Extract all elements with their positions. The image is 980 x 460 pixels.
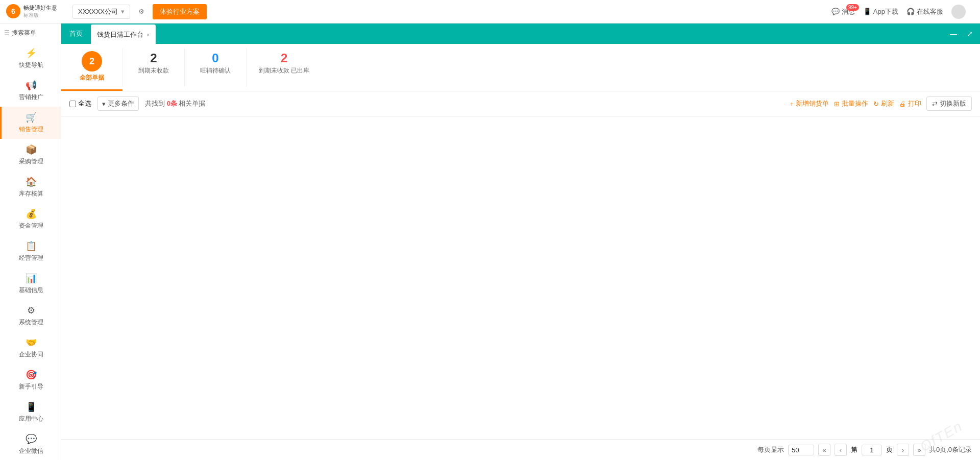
purchase-label: 采购管理 bbox=[19, 157, 43, 166]
stat-all[interactable]: 2 全部单据 bbox=[61, 44, 122, 91]
sidebar-item-system[interactable]: ⚙ 系统管理 bbox=[0, 300, 61, 332]
new-sales-order-button[interactable]: + 新增销货单 bbox=[790, 99, 829, 108]
filter-icon: ▾ bbox=[102, 100, 106, 108]
next-page-icon: › bbox=[902, 446, 904, 454]
pagination: 每页显示 20 50 100 « ‹ 第 页 › bbox=[61, 439, 980, 460]
switch-label: 切换新版 bbox=[940, 99, 966, 108]
stat-overdue-label: 到期未收款 bbox=[135, 66, 172, 75]
basic-info-label: 基础信息 bbox=[19, 286, 43, 295]
last-page-button[interactable]: » bbox=[913, 444, 925, 456]
company-selector[interactable]: XXXXXX公司 ▾ bbox=[72, 5, 130, 19]
avatar[interactable] bbox=[951, 5, 966, 19]
wechat-icon: 💬 bbox=[26, 433, 37, 445]
sidebar-item-enterprise[interactable]: 🤝 企业协同 bbox=[0, 332, 61, 364]
tab-maximize-icon[interactable]: ⤢ bbox=[964, 28, 976, 40]
quick-nav-label: 快捷导航 bbox=[19, 61, 43, 69]
toolbar-right: + 新增销货单 ⊞ 批量操作 ↻ 刷新 🖨 打印 bbox=[790, 96, 972, 111]
sidebar-item-inventory[interactable]: 🏠 库存核算 bbox=[0, 171, 61, 203]
select-all-checkbox[interactable]: 全选 bbox=[69, 99, 91, 108]
more-filter-button[interactable]: ▾ 更多条件 bbox=[97, 96, 139, 111]
table-area bbox=[61, 116, 980, 439]
message-action[interactable]: 💬 消息 99+ bbox=[831, 7, 855, 16]
switch-version-button[interactable]: ⇄ 切换新版 bbox=[926, 96, 972, 111]
tab-home[interactable]: 首页 bbox=[61, 23, 91, 44]
sidebar-item-quick-nav[interactable]: ⚡ 快捷导航 bbox=[0, 42, 61, 75]
marketing-icon: 📢 bbox=[26, 80, 37, 91]
trial-button[interactable]: 体验行业方案 bbox=[153, 4, 207, 19]
toolbar-left: 全选 ▾ 更多条件 共找到 0条 相关单据 bbox=[69, 96, 783, 111]
sales-label: 销售管理 bbox=[19, 125, 43, 134]
page-size-select[interactable]: 20 50 100 bbox=[788, 445, 814, 455]
prev-page-icon: ‹ bbox=[840, 446, 842, 454]
page-input[interactable] bbox=[862, 445, 882, 455]
select-all-input[interactable] bbox=[69, 101, 76, 107]
logo-icon: 6 bbox=[6, 4, 20, 18]
stat-overdue-not-out[interactable]: 2 到期未收款 已出库 bbox=[247, 44, 322, 91]
quick-nav-icon: ⚡ bbox=[26, 47, 37, 59]
stat-overdue-not-out-count: 2 bbox=[259, 51, 309, 65]
print-icon: 🖨 bbox=[899, 100, 906, 108]
app-center-icon: 📱 bbox=[26, 401, 37, 413]
print-label: 打印 bbox=[908, 99, 921, 108]
page-label-2: 页 bbox=[886, 445, 893, 454]
tab-controls: — ⤢ bbox=[947, 28, 980, 40]
stat-pending[interactable]: 0 旺辅待确认 bbox=[185, 44, 246, 91]
new-btn-label: 新增销货单 bbox=[796, 99, 829, 108]
sidebar-item-marketing[interactable]: 📢 营销推广 bbox=[0, 75, 61, 107]
sidebar-item-guide[interactable]: 🎯 新手引导 bbox=[0, 364, 61, 396]
prev-page-button[interactable]: ‹ bbox=[835, 444, 847, 456]
inventory-label: 库存核算 bbox=[19, 189, 43, 198]
tab-close-icon[interactable]: × bbox=[146, 32, 150, 38]
app-download-action[interactable]: 📱 App下载 bbox=[863, 7, 898, 16]
sidebar-item-app-center[interactable]: 📱 应用中心 bbox=[0, 396, 61, 428]
sidebar-item-purchase[interactable]: 📦 采购管理 bbox=[0, 139, 61, 171]
switch-icon: ⇄ bbox=[932, 100, 938, 108]
batch-icon: ⊞ bbox=[834, 100, 840, 108]
select-all-label: 全选 bbox=[78, 99, 91, 108]
online-service-action[interactable]: 🎧 在线客服 bbox=[906, 7, 943, 16]
page-size-label: 每页显示 bbox=[757, 445, 784, 454]
logo-text: 畅捷通好生意 bbox=[23, 4, 57, 11]
tab-label: 钱货日清工作台 bbox=[97, 30, 143, 39]
print-button[interactable]: 🖨 打印 bbox=[899, 99, 921, 108]
online-service-label: 在线客服 bbox=[917, 7, 943, 16]
download-icon: 📱 bbox=[863, 8, 871, 15]
stat-all-count: 2 bbox=[82, 51, 102, 71]
stat-all-label: 全部单据 bbox=[74, 74, 110, 82]
stat-pending-count: 0 bbox=[197, 51, 234, 65]
batch-operation-button[interactable]: ⊞ 批量操作 bbox=[834, 99, 868, 108]
service-icon: 🎧 bbox=[906, 8, 915, 15]
sidebar-item-basic-info[interactable]: 📊 基础信息 bbox=[0, 268, 61, 300]
sidebar-item-wechat[interactable]: 💬 企业微信 bbox=[0, 428, 61, 460]
message-icon: 💬 bbox=[831, 8, 840, 15]
sidebar-item-search-menu[interactable]: ☰ 搜索菜单 bbox=[0, 23, 61, 42]
basic-info-icon: 📊 bbox=[26, 273, 37, 284]
settings-icon[interactable]: ⚙ bbox=[134, 5, 149, 19]
sidebar-item-sales[interactable]: 🛒 销售管理 bbox=[0, 107, 61, 139]
top-header: 6 畅捷通好生意 标准版 XXXXXX公司 ▾ ⚙ 体验行业方案 💬 消息 99… bbox=[0, 0, 980, 23]
found-count: 0条 bbox=[167, 100, 177, 107]
stat-overdue-count: 2 bbox=[135, 51, 172, 65]
plus-icon: + bbox=[790, 100, 794, 108]
stat-pending-label: 旺辅待确认 bbox=[197, 66, 234, 75]
logo-sub: 标准版 bbox=[23, 12, 57, 19]
refresh-button[interactable]: ↻ 刷新 bbox=[873, 99, 894, 108]
enterprise-icon: 🤝 bbox=[26, 337, 37, 348]
sidebar: ☰ 搜索菜单 ⚡ 快捷导航 📢 营销推广 🛒 销售管理 📦 采购管理 🏠 库存核… bbox=[0, 23, 61, 460]
first-page-icon: « bbox=[822, 446, 826, 454]
sidebar-item-operation[interactable]: 📋 经营管理 bbox=[0, 235, 61, 268]
tab-active[interactable]: 钱货日清工作台 × bbox=[91, 25, 156, 45]
app-center-label: 应用中心 bbox=[19, 415, 43, 423]
sidebar-item-finance[interactable]: 💰 资金管理 bbox=[0, 203, 61, 235]
tab-minimize-icon[interactable]: — bbox=[947, 28, 960, 40]
main-content: 首页 钱货日清工作台 × — ⤢ 2 全部单据 2 到期未收款 bbox=[61, 23, 980, 460]
finance-icon: 💰 bbox=[26, 208, 37, 220]
dropdown-arrow-icon: ▾ bbox=[121, 8, 125, 15]
first-page-button[interactable]: « bbox=[818, 444, 830, 456]
next-page-button[interactable]: › bbox=[897, 444, 909, 456]
last-page-icon: » bbox=[917, 446, 921, 454]
guide-label: 新手引导 bbox=[19, 382, 43, 391]
stats-bar: 2 全部单据 2 到期未收款 0 旺辅待确认 2 到期未收款 已出库 bbox=[61, 44, 980, 91]
finance-label: 资金管理 bbox=[19, 222, 43, 230]
stat-overdue[interactable]: 2 到期未收款 bbox=[123, 44, 184, 91]
